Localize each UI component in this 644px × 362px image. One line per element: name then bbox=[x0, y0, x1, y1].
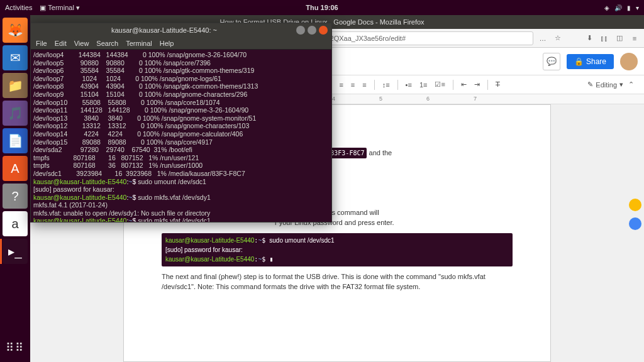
page-actions-icon[interactable]: … bbox=[537, 35, 548, 42]
mode-switcher[interactable]: ✎ Editing ▾ bbox=[587, 80, 623, 89]
indent-right-icon[interactable]: ⇥ bbox=[472, 79, 482, 90]
doc-text: and the bbox=[367, 149, 392, 156]
maximize-icon[interactable] bbox=[308, 26, 316, 35]
bookmark-star-icon[interactable]: ☆ bbox=[552, 34, 564, 42]
dock: 🦊 ✉ 📁 🎵 📄 A ? a ▸_ ⠿⠿ bbox=[0, 15, 30, 362]
code-block: kausar@kausar-Latitude-E5440:~$ sudo umo… bbox=[162, 233, 513, 266]
dock-writer[interactable]: 📄 bbox=[3, 128, 28, 153]
menu-file[interactable]: File bbox=[36, 40, 47, 47]
close-icon[interactable] bbox=[319, 26, 328, 35]
menu-search[interactable]: Search bbox=[96, 40, 118, 47]
power-icon: ▾ bbox=[636, 4, 639, 11]
terminal-titlebar[interactable]: kausar@kausar-Latitude-E5440: ~ bbox=[31, 23, 331, 37]
indent-left-icon[interactable]: ⇤ bbox=[458, 79, 469, 90]
bulleted-list-icon[interactable]: •≡ bbox=[403, 80, 414, 90]
tasks-icon[interactable] bbox=[629, 217, 641, 230]
library-icon[interactable]: ⫿⫿ bbox=[599, 35, 610, 42]
menu-edit[interactable]: Edit bbox=[55, 40, 67, 47]
gnome-topbar: Activities ▣ Terminal ▾ Thu 19:06 ◈ 🔊 ▮ … bbox=[0, 0, 644, 15]
align-center-icon[interactable]: ≡ bbox=[336, 80, 345, 90]
align-right-icon[interactable]: ≡ bbox=[348, 80, 357, 90]
chevron-up-icon[interactable]: ⌃ bbox=[626, 79, 636, 90]
align-justify-icon[interactable]: ≡ bbox=[360, 80, 369, 90]
menu-view[interactable]: View bbox=[74, 40, 89, 47]
network-icon: ◈ bbox=[604, 4, 609, 11]
right-sidebar bbox=[626, 199, 644, 230]
editing-label: Editing bbox=[596, 81, 617, 89]
terminal-window: kausar@kausar-Latitude-E5440: ~ File Edi… bbox=[30, 23, 332, 222]
share-label: Share bbox=[586, 57, 606, 66]
dock-help[interactable]: ? bbox=[3, 184, 28, 209]
app-menu[interactable]: ▣ Terminal ▾ bbox=[40, 4, 80, 12]
comments-icon[interactable]: 💬 bbox=[543, 53, 560, 70]
line-spacing-icon[interactable]: ↕≡ bbox=[380, 80, 392, 90]
terminal-output[interactable]: /dev/loop4 144384 144384 0 100% /snap/gn… bbox=[31, 50, 331, 222]
keep-icon[interactable] bbox=[629, 199, 641, 211]
dock-software[interactable]: A bbox=[3, 156, 28, 181]
doc-paragraph: The next and final (phew!) step is to fo… bbox=[162, 272, 513, 292]
menu-terminal[interactable]: Terminal bbox=[126, 40, 152, 47]
volume-icon: 🔊 bbox=[614, 4, 622, 11]
clock[interactable]: Thu 19:06 bbox=[306, 4, 338, 11]
address-bar[interactable]: kabYl2QXaa_JX3ae56ro/edit# bbox=[308, 31, 533, 45]
dock-files[interactable]: 📁 bbox=[3, 73, 28, 98]
battery-icon: ▮ bbox=[627, 4, 631, 11]
account-avatar[interactable] bbox=[620, 53, 638, 70]
dock-firefox[interactable]: 🦊 bbox=[3, 18, 28, 43]
minimize-icon[interactable] bbox=[296, 26, 305, 35]
app-menu-label: Terminal bbox=[48, 4, 74, 11]
menu-icon[interactable]: ≡ bbox=[629, 35, 640, 42]
terminal-title: kausar@kausar-Latitude-E5440: ~ bbox=[35, 26, 294, 34]
status-area[interactable]: ◈ 🔊 ▮ ▾ bbox=[604, 4, 639, 11]
dock-apps-grid[interactable]: ⠿⠿ bbox=[6, 341, 25, 354]
terminal-menubar: File Edit View Search Terminal Help bbox=[31, 37, 331, 50]
share-button[interactable]: 🔒 Share bbox=[567, 54, 614, 69]
menu-help[interactable]: Help bbox=[160, 40, 174, 47]
numbered-list-icon[interactable]: 1≡ bbox=[417, 80, 430, 90]
downloads-icon[interactable]: ⬇ bbox=[584, 34, 595, 42]
activities-button[interactable]: Activities bbox=[5, 4, 32, 12]
dock-terminal[interactable]: ▸_ bbox=[3, 239, 28, 264]
dock-thunderbird[interactable]: ✉ bbox=[3, 45, 28, 70]
sidebar-icon[interactable]: ◫ bbox=[614, 34, 625, 42]
dock-amazon[interactable]: a bbox=[3, 211, 28, 236]
checklist-icon[interactable]: ☑≡ bbox=[432, 79, 447, 90]
dock-rhythmbox[interactable]: 🎵 bbox=[3, 101, 28, 126]
clear-format-icon[interactable]: T̶ bbox=[493, 79, 502, 90]
